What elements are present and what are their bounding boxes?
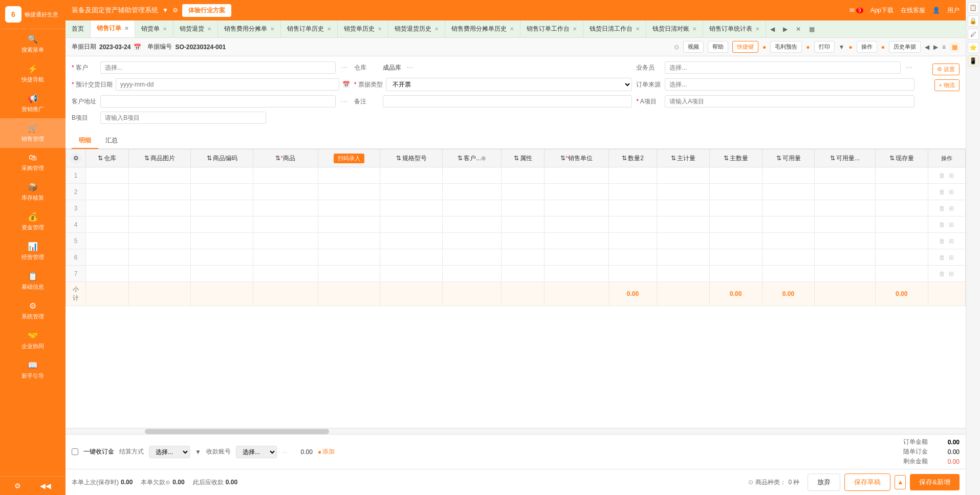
tab-sales-order-close[interactable]: ✕ [124, 26, 128, 31]
row-2-product[interactable] [253, 184, 318, 200]
row-3-code[interactable] [191, 200, 253, 217]
receipt-no-select[interactable]: 选择... [236, 446, 277, 458]
tab-next-btn[interactable]: ▶ [779, 26, 792, 33]
view-help-icon[interactable]: ⊙ [674, 44, 679, 51]
row-1-copy-icon[interactable]: ⊞ [949, 172, 954, 179]
row-1-avail2[interactable] [815, 167, 876, 184]
sidebar-item-quick[interactable]: ⚡ 快捷导航 [0, 59, 66, 89]
row-4-product[interactable] [253, 217, 318, 233]
row-4-qty2[interactable] [608, 217, 657, 233]
note-input[interactable] [383, 95, 633, 107]
edge-btn-5[interactable]: 📱 [968, 55, 979, 67]
receipt-no-dots[interactable]: ··· [282, 448, 287, 456]
sidebar-item-purchase[interactable]: 🛍 采购管理 [0, 148, 66, 177]
row-2-stock[interactable] [875, 184, 928, 200]
save-draft-btn[interactable]: 保存草稿 [844, 474, 890, 491]
row-3-unit[interactable] [544, 200, 608, 217]
settings-button[interactable]: ⚙ 设置 [932, 63, 960, 75]
row-5-main-unit[interactable] [657, 233, 710, 249]
row-6-main-qty[interactable] [709, 249, 762, 266]
row-7-unit[interactable] [544, 266, 608, 282]
row-7-avail2[interactable] [815, 266, 876, 282]
operate-btn[interactable]: 操作 [857, 41, 877, 53]
payment-expand-icon[interactable]: ▼ [195, 448, 201, 456]
row-6-delete-icon[interactable]: 🗑 [939, 254, 945, 261]
save-draft-dropdown-icon[interactable]: ▲ [895, 475, 906, 489]
detail-tab-mingxi[interactable]: 明细 [72, 133, 98, 149]
row-6-customer-code[interactable] [442, 249, 501, 266]
row-5-spec[interactable] [380, 233, 443, 249]
row-2-avail2[interactable] [815, 184, 876, 200]
online-service-link[interactable]: 在线客服 [901, 6, 925, 15]
sidebar-item-inventory[interactable]: 📦 库存核算 [0, 177, 66, 207]
tab-daily-workbench-close[interactable]: ✕ [636, 26, 640, 32]
row-3-spec[interactable] [380, 200, 443, 217]
print-btn[interactable]: 打印 [814, 41, 835, 53]
tab-workbench[interactable]: 销售订单工作台 ✕ [520, 20, 583, 37]
row-2-avail[interactable] [762, 184, 815, 200]
row-5-qty2[interactable] [608, 233, 657, 249]
detail-tab-huizong[interactable]: 汇总 [98, 133, 125, 149]
warehouse-dots[interactable]: ··· [404, 63, 415, 72]
a-project-input[interactable] [665, 95, 914, 107]
goods-search-icon[interactable]: ⊙ [748, 479, 753, 486]
row-4-copy-icon[interactable]: ⊞ [949, 221, 954, 228]
tab-reconcile-close[interactable]: ✕ [692, 26, 696, 32]
row-3-stock[interactable] [875, 200, 928, 217]
list-view-icon[interactable]: ≡ [942, 44, 946, 51]
message-icon[interactable]: ✉ 9 [850, 7, 863, 14]
tab-order-history-close[interactable]: ✕ [327, 26, 331, 32]
row-2-main-unit[interactable] [657, 184, 710, 200]
tab-home[interactable]: 首页 [66, 20, 91, 37]
row-7-stock[interactable] [875, 266, 928, 282]
row-4-warehouse[interactable] [86, 217, 129, 233]
row-2-unit[interactable] [544, 184, 608, 200]
logistics-button[interactable]: + 物流 [934, 79, 960, 91]
row-2-spec[interactable] [380, 184, 443, 200]
topbar-dropdown-icon[interactable]: ▼ [162, 7, 168, 14]
one-click-checkbox[interactable] [72, 448, 78, 455]
row-1-main-unit[interactable] [657, 167, 710, 184]
sidebar-item-corp[interactable]: 🤝 企业协同 [0, 326, 66, 355]
discard-btn[interactable]: 放弃 [808, 474, 840, 491]
col-setting-icon[interactable]: ⚙ [70, 153, 81, 164]
tab-reconcile[interactable]: 钱货日清对账 ✕ [646, 20, 703, 37]
scroll-thumb[interactable] [145, 429, 329, 434]
sidebar-item-mgmt[interactable]: 📊 经营管理 [0, 236, 66, 266]
edge-btn-2[interactable]: 🔒 [968, 15, 979, 27]
row-1-attr[interactable] [502, 167, 545, 184]
row-5-stock[interactable] [875, 233, 928, 249]
order-source-input[interactable] [665, 78, 914, 91]
sidebar-item-search[interactable]: 🔍 搜索菜单 [0, 29, 66, 59]
tab-order-history[interactable]: 销售订单历史 ✕ [281, 20, 338, 37]
row-1-product[interactable] [253, 167, 318, 184]
row-5-avail[interactable] [762, 233, 815, 249]
row-3-warehouse[interactable] [86, 200, 129, 217]
row-1-avail[interactable] [762, 167, 815, 184]
profit-btn[interactable]: 毛利预告 [770, 41, 802, 53]
shortcut-btn[interactable]: 快捷键 [732, 41, 758, 53]
row-5-copy-icon[interactable]: ⊞ [949, 238, 954, 245]
row-3-customer-code[interactable] [442, 200, 501, 217]
tab-stats[interactable]: 销售订单统计表 ✕ [703, 20, 766, 37]
row-7-customer-code[interactable] [442, 266, 501, 282]
tab-fee-split[interactable]: 销售费用分摊单 ✕ [218, 20, 281, 37]
customer-dots[interactable]: ··· [339, 63, 350, 72]
row-3-avail[interactable] [762, 200, 815, 217]
row-4-main-unit[interactable] [657, 217, 710, 233]
row-5-product[interactable] [253, 233, 318, 249]
grid-view-icon[interactable]: ▦ [950, 42, 960, 52]
add-payment-btn[interactable]: ● 添加 [318, 447, 335, 456]
row-4-unit[interactable] [544, 217, 608, 233]
address-dots[interactable]: ··· [339, 97, 350, 106]
row-3-main-qty[interactable] [709, 200, 762, 217]
tab-menu-btn[interactable]: ▦ [805, 26, 819, 33]
row-6-avail2[interactable] [815, 249, 876, 266]
tab-return[interactable]: 销货退货 ✕ [173, 20, 218, 37]
row-7-attr[interactable] [502, 266, 545, 282]
tab-sales-order[interactable]: 销售订单 ✕ [91, 20, 135, 37]
row-3-qty2[interactable] [608, 200, 657, 217]
sidebar-item-marketing[interactable]: 📢 营销推广 [0, 89, 66, 118]
row-4-attr[interactable] [502, 217, 545, 233]
sidebar-item-sales[interactable]: 🛒 销售管理 [0, 118, 66, 148]
